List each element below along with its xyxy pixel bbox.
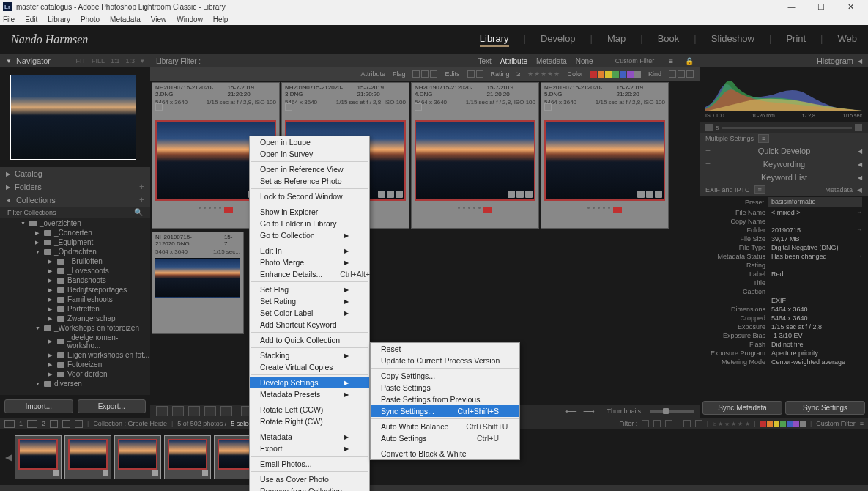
filter-menu-icon[interactable]: ≡ [669, 57, 673, 65]
nav-zoom-1:3[interactable]: 1:3 [125, 57, 135, 64]
menu-item-auto-settings[interactable]: Auto SettingsCtrl+U [371, 432, 519, 444]
filter-menu-icon[interactable]: ≡ [860, 420, 864, 427]
flag-filter[interactable] [665, 420, 672, 427]
kind-master[interactable] [669, 70, 676, 78]
menu-item-set-as-reference-photo[interactable]: Set as Reference Photo [250, 175, 369, 187]
color-filter[interactable] [800, 421, 806, 427]
rating-star[interactable]: ★ [527, 70, 533, 78]
color-filter[interactable] [793, 421, 799, 427]
menu-item-reset[interactable]: Reset [371, 343, 519, 355]
menu-item-edit-in[interactable]: Edit In▶ [250, 245, 369, 256]
menu-file[interactable]: File [3, 15, 15, 23]
metadata-row[interactable]: File TypeDigital Negative (DNG) [700, 243, 868, 252]
menu-item-rotate-right-cw-[interactable]: Rotate Right (CW) [250, 416, 369, 427]
module-develop[interactable]: Develop [541, 33, 576, 47]
collection--bruiloften[interactable]: ▶_Bruiloften [0, 256, 150, 266]
filmstrip-thumbnail[interactable] [64, 435, 111, 479]
menu-view[interactable]: View [151, 15, 167, 23]
color-filter[interactable] [774, 421, 779, 427]
folders-header[interactable]: ▶ Folders + [0, 180, 150, 193]
menu-item-email-photos-[interactable]: Email Photos... [250, 458, 369, 470]
flag-rejected[interactable] [430, 70, 437, 78]
import-button[interactable]: Import... [4, 399, 73, 413]
module-library[interactable]: Library [480, 33, 509, 47]
photo-thumbnail[interactable]: NH20190715-212020-4.DNG15-7-2019 21:20:2… [411, 82, 539, 229]
menu-item-stacking[interactable]: Stacking▶ [250, 350, 369, 361]
nav-zoom-fit[interactable]: FIT [75, 57, 86, 64]
bottom-grip[interactable] [0, 485, 868, 491]
module-print[interactable]: Print [786, 33, 806, 47]
color-filter[interactable] [767, 421, 773, 427]
flag-picked[interactable] [412, 70, 420, 78]
filter-none[interactable]: None [576, 57, 593, 65]
metadata-row[interactable]: LabelRed [700, 270, 868, 278]
module-web[interactable]: Web [838, 33, 858, 47]
metadata-row[interactable]: File Name< mixed >→ [700, 208, 868, 217]
menu-item-open-in-reference-view[interactable]: Open in Reference View [250, 163, 369, 175]
metadata-row[interactable]: Exposure1/15 sec at f / 2,8 [700, 322, 868, 331]
menu-item-paste-settings[interactable]: Paste Settings [371, 382, 519, 394]
menu-item-metadata[interactable]: Metadata▶ [250, 431, 369, 443]
export-button[interactable]: Export... [78, 399, 146, 413]
collection-voor-derden[interactable]: ▶Voor derden [0, 369, 150, 379]
module-slideshow[interactable]: Slideshow [711, 33, 754, 47]
source-label[interactable]: Collection : Groote Heide [93, 420, 167, 427]
compare-view-icon[interactable] [188, 406, 200, 416]
photo-thumbnail[interactable]: NH20190715-212020-5.DNG15-7-2019 21:20:2… [541, 82, 669, 229]
edits-no[interactable] [476, 70, 483, 78]
collection-zwangerschap[interactable]: ▶Zwangerschap [0, 314, 150, 323]
collection--overzichten[interactable]: ▼_overzichten [0, 218, 150, 228]
lock-icon[interactable]: 🔒 [685, 57, 694, 65]
add-icon[interactable]: + [139, 182, 144, 192]
flag-filter[interactable] [642, 420, 649, 427]
collection--concerten[interactable]: ▶_Concerten [0, 228, 150, 237]
collection-bedrijfsreportages[interactable]: ▶Bedrijfsreportages [0, 285, 150, 295]
flag-filter[interactable] [653, 420, 661, 427]
maximize-button[interactable]: ☐ [806, 0, 836, 13]
collection-eigen-workshops-en-fot-[interactable]: ▶Eigen workshops en fot... [0, 350, 150, 360]
menu-window[interactable]: Window [177, 15, 203, 23]
edits-filter[interactable] [695, 420, 702, 427]
sync-metadata-button[interactable]: Sync Metadata [702, 401, 782, 415]
kind-video[interactable] [686, 70, 694, 78]
menu-item-enhance-details-[interactable]: Enhance Details...Ctrl+Alt+I [250, 268, 369, 280]
keywording-header[interactable]: +Keywording◀ [700, 158, 868, 171]
forward-icon[interactable] [75, 420, 83, 428]
metadata-row[interactable]: FlashDid not fire [700, 340, 868, 349]
menu-library[interactable]: Library [48, 15, 70, 23]
back-icon[interactable] [62, 420, 70, 428]
menu-item-paste-settings-from-previous[interactable]: Paste Settings from Previous [371, 394, 519, 405]
menu-help[interactable]: Help [213, 15, 229, 23]
sync-settings-button[interactable]: Sync Settings [785, 401, 865, 415]
menu-item-rotate-left-ccw-[interactable]: Rotate Left (CCW) [250, 404, 369, 416]
menu-item-create-virtual-copies[interactable]: Create Virtual Copies [250, 361, 369, 373]
histogram[interactable]: ISO 10010-26 mmf / 2,81/15 sec [700, 67, 868, 122]
collection-bandshoots[interactable]: ▶Bandshoots [0, 276, 150, 285]
loupe-view-icon[interactable] [172, 406, 184, 416]
metadata-row[interactable]: Metering ModeCenter-weighted average [700, 358, 868, 366]
survey-view-icon[interactable] [204, 406, 216, 416]
prev-photo-icon[interactable]: ⟵ [565, 407, 577, 416]
color-filter[interactable] [605, 71, 612, 78]
secondary-monitor-icon[interactable] [27, 420, 37, 428]
color-filter[interactable] [598, 71, 604, 78]
metadata-row[interactable]: Title [700, 278, 868, 287]
thumbnail-size-slider[interactable] [650, 410, 694, 413]
collection-familieshoots[interactable]: ▶Familieshoots [0, 295, 150, 304]
menu-item-use-as-cover-photo[interactable]: Use as Cover Photo [250, 473, 369, 485]
minimize-button[interactable]: ― [777, 0, 806, 13]
metadata-row[interactable]: Rating [700, 261, 868, 270]
collection--loveshoots[interactable]: ▶_Loveshoots [0, 266, 150, 276]
menu-item-add-to-quick-collection[interactable]: Add to Quick Collection [250, 334, 369, 346]
navigator-preview[interactable] [0, 67, 150, 167]
filter-collections-input[interactable]: Filter Collections 🔍 [0, 207, 150, 218]
menu-item-set-rating[interactable]: Set Rating▶ [250, 295, 369, 307]
metadata-row[interactable]: Metadata StatusHas been changed→ [700, 252, 868, 261]
menu-item-auto-white-balance[interactable]: Auto White BalanceCtrl+Shift+U [371, 421, 519, 432]
metadata-row[interactable]: Copy Name [700, 217, 868, 226]
photo-thumbnail[interactable]: NH20190715-212020.DNG15-7...5464 x 36401… [152, 232, 244, 334]
menu-item-open-in-survey[interactable]: Open in Survey [250, 148, 369, 160]
exif-iptc-row[interactable]: EXIF and IPTC≡ Metadata◀ [700, 184, 868, 196]
menu-item-copy-settings-[interactable]: Copy Settings... [371, 370, 519, 382]
edits-filter[interactable] [683, 420, 691, 427]
